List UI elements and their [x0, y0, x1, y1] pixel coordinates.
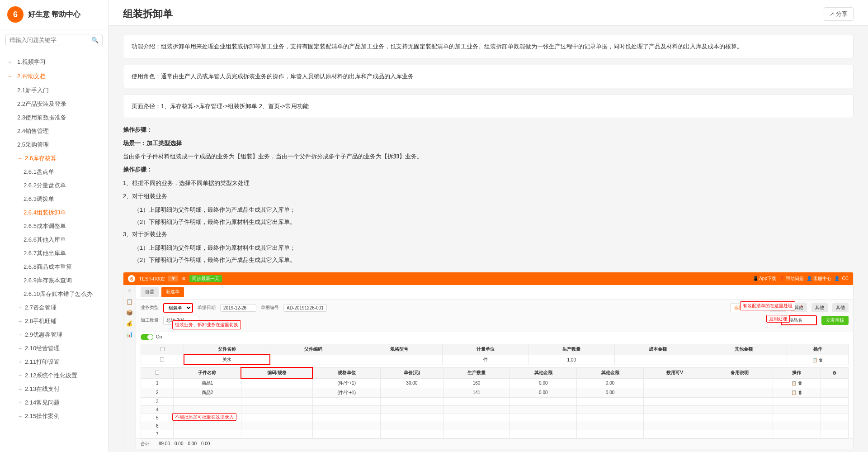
mock-lth-p2: 生产数量: [443, 367, 510, 378]
sidebar-item-inv10[interactable]: 2.6.10库存账本错了怎么办: [0, 287, 108, 301]
sidebar-item-faq[interactable]: ＋2.14常见问题: [0, 396, 108, 409]
mock-dropdown: ▼: [168, 276, 178, 281]
sidebar-item-inventory[interactable]: － 2.6库存核算: [0, 152, 108, 165]
mock-main: 自营 新建单 业务类型 组装单 拆卸单: [136, 285, 853, 449]
mock-no-value: AD-20191226-001: [283, 304, 327, 312]
mock-th-action: 操作: [787, 344, 849, 355]
mock-search-product[interactable]: 供搜品名: [781, 315, 817, 325]
mock-icon-2: 📋: [126, 299, 133, 305]
mock-toggle-knob: [147, 334, 153, 340]
mock-th-cost: 成本金额: [615, 344, 701, 355]
table-row: 4: [141, 405, 849, 414]
logo-icon: 6: [7, 6, 24, 23]
sidebar-item-inv7[interactable]: 2.6.7其他出库单: [0, 247, 108, 260]
mock-confirm-btn[interactable]: 立发审核: [821, 316, 849, 325]
mock-tab-new[interactable]: 新建单: [161, 287, 184, 297]
sidebar-item-inv8[interactable]: 2.6.8商品成本重算: [0, 260, 108, 274]
main-area: 组装拆卸单 ↗ 分享 功能介绍：组装拆卸单用来处理企业组装或拆卸等加工业务，支持…: [108, 0, 868, 452]
step2-sub2: （2）下部明细为子件明细，最终作为原材料生成其它出库单。: [134, 217, 854, 227]
step3-sub2: （2）下部明细为子件明细，最终作为产成品生成其它入库单。: [134, 255, 854, 265]
sidebar-item-print[interactable]: ＋2.11打印设置: [0, 355, 108, 369]
table-row: 6: [141, 422, 849, 430]
mock-tab-ziying[interactable]: 自营: [141, 287, 159, 297]
sidebar-item-coupon[interactable]: ＋2.9优惠券管理: [0, 328, 108, 342]
search-icon[interactable]: 🔍: [91, 37, 99, 43]
sidebar-item-data-prep[interactable]: 2.3使用前数据准备: [0, 111, 108, 124]
mock-lth-remark: 备用说明: [706, 367, 773, 378]
share-button[interactable]: ↗ 分享: [824, 7, 854, 21]
mock-logo: 6: [128, 275, 135, 282]
mock-form-area: 业务类型 组装单 拆卸单 单据日期 2019-12-26 单据编号 AD-201…: [136, 300, 853, 332]
table-row: 7: [141, 430, 849, 438]
plus-icon-cases: ＋: [17, 413, 23, 419]
mock-other-btn1[interactable]: 其他: [791, 303, 807, 312]
sidebar-item-inv5[interactable]: 2.6.5成本调整单: [0, 219, 108, 233]
table-row: 5: [141, 414, 849, 422]
mock-lth-v: 数用可V: [643, 367, 706, 378]
mock-topbar-left: 6 TEST-H002 ▼ ⚙ 同步最新一天: [128, 275, 222, 282]
mock-type-label: 业务类型: [141, 305, 159, 311]
sidebar-item-online-pay[interactable]: ＋2.13在线支付: [0, 382, 108, 396]
intro-text: 功能介绍：组装拆卸单用来处理企业组装或拆卸等加工业务，支持有固定装配清单的产品加…: [132, 43, 743, 50]
mock-lower-select-all[interactable]: [155, 371, 159, 375]
sidebar-item-newcomer[interactable]: 2.1新手入门: [0, 84, 108, 97]
mock-select-product-btn[interactable]: 选择产品材料: [730, 303, 765, 312]
mock-other-btn3[interactable]: 其他: [832, 303, 849, 312]
sidebar-item-inv1[interactable]: 2.6.1盘点单: [0, 165, 108, 179]
mock-lth-p1: 单价(元): [381, 367, 443, 378]
sidebar-item-purchase[interactable]: 2.5采购管理: [0, 138, 108, 152]
mock-row-copy[interactable]: 📋: [812, 357, 817, 362]
mock-lth-a2: 其他金额: [577, 367, 644, 378]
table-row: 3: [141, 397, 849, 405]
minus-orange-icon: －: [17, 154, 23, 162]
sidebar-item-inv3[interactable]: 2.6.3调拨单: [0, 192, 108, 206]
mock-toggle[interactable]: [141, 334, 153, 340]
sidebar-item-finance[interactable]: ＋2.7资金管理: [0, 301, 108, 314]
plus-icon-manage: ＋: [17, 345, 23, 352]
sidebar-item-cases[interactable]: ＋2.15操作案例: [0, 409, 108, 423]
mock-th-checkbox: [141, 344, 184, 355]
mock-qty-label: 加工数量: [141, 317, 159, 324]
mock-row-del[interactable]: 🗑: [819, 357, 823, 362]
search-box[interactable]: 🔍: [5, 34, 103, 46]
plus-icon-faq: ＋: [17, 399, 23, 406]
sidebar-item-install[interactable]: 2.2产品安装及登录: [0, 97, 108, 111]
steps-title: 操作步骤：: [123, 124, 854, 135]
sidebar-item-inv4[interactable]: 2.6.4组装拆卸单: [0, 206, 108, 219]
mock-other-btn2[interactable]: 其他: [811, 303, 828, 312]
mock-icon-3: 📦: [126, 309, 133, 316]
mock-tab-bar: 自营 新建单: [136, 285, 853, 300]
sidebar-item-inv2[interactable]: 2.6.2分量盘点单: [0, 179, 108, 192]
role-text: 使用角色：通常由生产人员或库管人员完成拆装业务的操作，库管人员确认原材料的出库和…: [132, 73, 414, 80]
mock-topbar: 6 TEST-H002 ▼ ⚙ 同步最新一天 📱 App下载 ❓ 帮助问题 👤 …: [123, 272, 853, 285]
sidebar-item-manage[interactable]: ＋2.10经营管理: [0, 342, 108, 355]
mock-exit-icon: CC: [842, 276, 849, 281]
content-area: 功能介绍：组装拆卸单用来处理企业组装或拆卸等加工业务，支持有固定装配清单的产品加…: [108, 26, 868, 452]
mock-topbar-right: 📱 App下载 ❓ 帮助问题 👤 客服中心 👤 CC: [753, 276, 849, 282]
scene1-bold: 场景一：加工类型选择: [123, 140, 182, 147]
sidebar-item-inv6[interactable]: 2.6.6其他入库单: [0, 233, 108, 247]
sidebar-item-sales[interactable]: 2.4销售管理: [0, 124, 108, 138]
mock-row-check[interactable]: [160, 357, 164, 362]
table-row: 关水 件 1.00 📋: [141, 355, 849, 365]
sidebar-item-inv9[interactable]: 2.6.9库存账本查询: [0, 274, 108, 287]
step1: 1、根据不同的业务，选择不同单据的类型来处理: [123, 178, 854, 188]
sidebar-item-video[interactable]: ＋ 1.视频学习: [0, 55, 108, 69]
step2: 2、对于组装业务: [123, 191, 854, 201]
sidebar-item-mobile[interactable]: ＋2.8手机旺铺: [0, 314, 108, 328]
mock-type-select[interactable]: 组装单 拆卸单: [163, 303, 193, 313]
mock-view-btn[interactable]: 查询: [770, 303, 786, 312]
search-input[interactable]: [9, 37, 91, 43]
mock-select-all[interactable]: [160, 347, 165, 351]
intro-block: 功能介绍：组装拆卸单用来处理企业组装或拆卸等加工业务，支持有固定装配清单的产品加…: [123, 35, 854, 58]
mock-icon-5: 📊: [126, 331, 133, 338]
steps-label: 操作步骤：: [123, 164, 854, 175]
minus-icon: －: [7, 73, 14, 81]
mock-th-parent-code: 父件编码: [270, 344, 356, 355]
sidebar-item-personalize[interactable]: ＋2.12系统个性化设置: [0, 369, 108, 382]
mock-upper-table-wrapper: 父件名称 父件编码 规格型号 计量单位 生产数量 成本金额 其他金额 操作: [136, 342, 853, 366]
sidebar-item-docs[interactable]: － 2.帮助文档: [0, 69, 108, 84]
mock-th-spec: 规格型号: [356, 344, 443, 355]
plus-icon-personalize: ＋: [17, 372, 23, 379]
mock-lth-code: 编码/规格: [241, 367, 312, 378]
